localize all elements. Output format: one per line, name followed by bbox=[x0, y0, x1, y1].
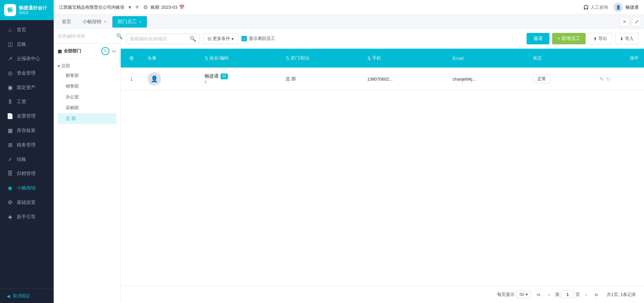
sidebar-item-invoice[interactable]: 📄 发票管理 bbox=[0, 109, 54, 123]
dept-node-sales[interactable]: 销售部 bbox=[58, 81, 116, 92]
page-input[interactable] bbox=[561, 291, 574, 298]
col-phone[interactable]: ⇅ 手机 bbox=[362, 49, 447, 68]
col-status: 状态 bbox=[528, 49, 594, 68]
dropdown-icon[interactable]: ▾ bbox=[128, 4, 131, 10]
home-icon: ⌂ bbox=[7, 27, 13, 33]
sidebar-item-archive[interactable]: 🗄 归档管理 bbox=[0, 167, 54, 181]
first-page-button[interactable]: ⊲ bbox=[534, 290, 543, 299]
sidebar-item-payroll[interactable]: $ 工资 bbox=[0, 95, 54, 109]
avatar: 👤 bbox=[613, 3, 623, 12]
export-icon: ⬆ bbox=[593, 36, 597, 41]
sidebar-item-label: 工资 bbox=[17, 99, 26, 105]
tab-expense[interactable]: 小畅报销 × bbox=[77, 16, 112, 28]
edit-employee-icon[interactable]: ✎ bbox=[599, 76, 604, 82]
user-info: 👤 畅捷通 bbox=[613, 3, 639, 12]
expense-icon: ◉ bbox=[7, 185, 13, 191]
sidebar-item-guide[interactable]: ◈ 新手引导 bbox=[0, 210, 54, 224]
settlement-icon: ✓ bbox=[7, 156, 13, 163]
add-icon[interactable]: + bbox=[135, 3, 139, 11]
employee-toolbar: 🔍 ⊟ 更多条件 ▾ ✓ 显示离职员工 邀请 + 新增员工 bbox=[121, 29, 644, 49]
all-dept-button[interactable]: ▦ 全部部门 bbox=[58, 48, 81, 54]
logo-subtitle: 旗舰版 bbox=[19, 10, 47, 15]
sidebar-item-inventory[interactable]: ▦ 库存核算 bbox=[0, 123, 54, 138]
archive-icon: 🗄 bbox=[7, 171, 13, 177]
dept-root-group: ▾ 总部 财务部 销售部 办公室 采购部 bbox=[54, 60, 120, 125]
col-actions: 操作 bbox=[594, 49, 644, 68]
service-button[interactable]: 🎧 人工咨询 bbox=[583, 4, 608, 10]
next-page-button[interactable]: › bbox=[581, 290, 591, 299]
employee-avatar: 👤 bbox=[148, 72, 161, 86]
dept-root-label[interactable]: ▾ 总部 bbox=[58, 63, 116, 69]
show-resigned-checkbox[interactable]: ✓ 显示离职员工 bbox=[241, 36, 275, 42]
prev-page-button[interactable]: ‹ bbox=[544, 290, 554, 299]
col-dept[interactable]: ⇅ 部门/职位 bbox=[280, 49, 362, 68]
sort-icon: ⇅ bbox=[286, 56, 289, 61]
cancel-pin-button[interactable]: ◀ 取消固定 bbox=[0, 289, 54, 303]
calendar-icon[interactable]: 📅 bbox=[179, 5, 184, 10]
sidebar-item-fixed-assets[interactable]: ▣ 固定资产 bbox=[0, 80, 54, 95]
sidebar-item-tax[interactable]: ⊞ 税务管理 bbox=[0, 138, 54, 152]
page-body: 🔍 ▦ 全部部门 ✎ ≪ ▾ 总部 bbox=[54, 29, 644, 303]
tab-dept-employee[interactable]: 部门员工 × bbox=[112, 16, 147, 28]
dept-panel: 🔍 ▦ 全部部门 ✎ ≪ ▾ 总部 bbox=[54, 29, 121, 303]
sidebar-item-expense[interactable]: ◉ 小畅报销 bbox=[0, 181, 54, 195]
tab-bar: 首页 小畅报销 × 部门员工 × × ⤢ bbox=[54, 15, 644, 29]
dept-node-purchase[interactable]: 采购部 bbox=[58, 102, 116, 113]
employee-search-icon[interactable]: 🔍 bbox=[190, 36, 196, 42]
collapse-icon[interactable]: ≪ bbox=[111, 48, 116, 54]
last-page-button[interactable]: ⊳ bbox=[592, 290, 601, 299]
top-bar-actions: ▾ + ⚙ bbox=[128, 3, 148, 11]
sidebar-item-ledger[interactable]: ◫ 总账 bbox=[0, 37, 54, 51]
edit-dept-icon[interactable]: ✎ bbox=[101, 47, 109, 55]
employee-search-input[interactable] bbox=[130, 36, 187, 41]
page-size-select[interactable]: 50 ▾ bbox=[517, 291, 531, 298]
expand-tab-button[interactable]: ⤢ bbox=[632, 17, 641, 27]
sidebar-item-home[interactable]: ⌂ 首页 bbox=[0, 23, 54, 37]
close-tab-button[interactable]: × bbox=[620, 17, 629, 27]
invite-button[interactable]: 邀请 bbox=[527, 33, 549, 44]
filter-icon: ⊟ bbox=[208, 36, 211, 41]
employee-search-box: 🔍 bbox=[126, 34, 200, 44]
page-size-chevron-icon: ▾ bbox=[526, 292, 528, 297]
dept-tree: ▾ 总部 财务部 销售部 办公室 采购部 bbox=[54, 59, 120, 303]
col-settings-icon[interactable]: ⚙ bbox=[126, 53, 137, 63]
sidebar-item-settings[interactable]: ⚙ 基础设置 bbox=[0, 195, 54, 210]
sidebar-item-label: 总账 bbox=[17, 41, 26, 47]
import-button[interactable]: ⬇ 导入 bbox=[615, 33, 639, 44]
sidebar-item-label: 基础设置 bbox=[17, 200, 36, 206]
settings-gear-icon[interactable]: ⚙ bbox=[143, 4, 148, 10]
sort-icon: ⇅ bbox=[367, 56, 371, 61]
grid-icon: ▦ bbox=[58, 49, 62, 54]
dept-badge: 部 bbox=[221, 74, 228, 79]
headset-icon: 🎧 bbox=[583, 5, 589, 10]
col-name[interactable]: ⇅ 姓名/编码 bbox=[199, 49, 280, 68]
dept-search-input[interactable] bbox=[58, 34, 114, 39]
logout-employee-icon[interactable]: ⎋ bbox=[606, 76, 610, 82]
pin-icon: ◀ bbox=[7, 294, 10, 299]
filter-button[interactable]: ⊟ 更多条件 ▾ bbox=[203, 33, 238, 44]
ledger-icon: ◫ bbox=[7, 41, 13, 47]
dept-node-finance[interactable]: 财务部 bbox=[58, 70, 116, 81]
dept-node-headquarters[interactable]: 总 部 bbox=[58, 113, 116, 124]
dept-node-office[interactable]: 办公室 bbox=[58, 92, 116, 102]
tab-home[interactable]: 首页 bbox=[56, 16, 76, 28]
row-dept: 总 部 bbox=[280, 68, 362, 91]
sidebar-item-settlement[interactable]: ✓ 结账 bbox=[0, 152, 54, 167]
tab-close-expense[interactable]: × bbox=[104, 19, 106, 24]
filter-chevron-icon: ▾ bbox=[231, 36, 234, 41]
export-button[interactable]: ⬆ 导出 bbox=[588, 33, 612, 44]
add-employee-button[interactable]: + 新增员工 bbox=[552, 33, 586, 44]
sidebar-item-funds[interactable]: ◎ 资金管理 bbox=[0, 66, 54, 80]
sidebar-item-label: 归档管理 bbox=[17, 171, 36, 177]
dept-search: 🔍 bbox=[54, 29, 120, 44]
sidebar-item-label: 发票管理 bbox=[17, 113, 36, 119]
row-no: 1 bbox=[121, 68, 142, 91]
guide-icon: ◈ bbox=[7, 214, 13, 220]
sidebar-item-cloud-reports[interactable]: ↗ 云报表中心 bbox=[0, 51, 54, 66]
sidebar-item-label: 资金管理 bbox=[17, 70, 36, 76]
sidebar-item-label: 税务管理 bbox=[17, 142, 36, 148]
col-settings[interactable]: ⚙ bbox=[121, 49, 142, 68]
tab-close-dept-employee[interactable]: × bbox=[139, 19, 142, 24]
company-name[interactable]: 江西服宝精品有限责任公司内账张 bbox=[59, 4, 124, 10]
table-header-row: ⚙ 头像 ⇅ 姓名/编码 bbox=[121, 49, 644, 68]
